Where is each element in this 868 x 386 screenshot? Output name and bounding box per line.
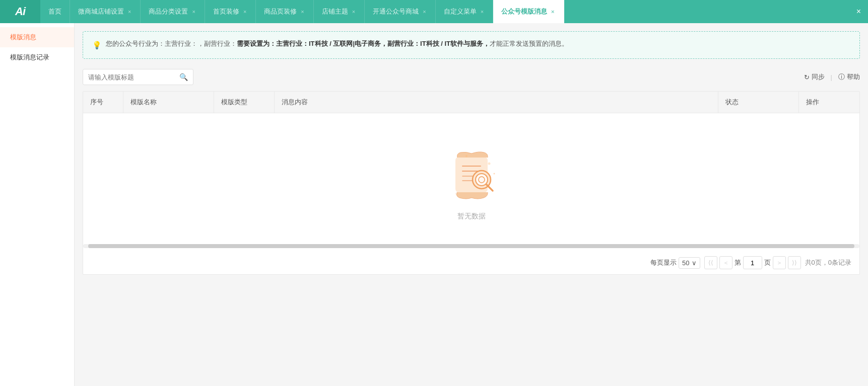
content-area: 💡 您的公众号行业为：主营行业：，副营行业：需要设置为：主营行业：IT科技 / … [75, 23, 868, 386]
chevron-down-icon: ∨ [692, 259, 697, 267]
col-name: 模版名称 [123, 92, 214, 113]
col-action: 操作 [799, 92, 859, 113]
empty-illustration [441, 143, 502, 204]
page-prev-button[interactable]: ＜ [719, 256, 732, 269]
page-last-button[interactable]: ⟩⟩ [788, 256, 801, 269]
svg-point-9 [465, 155, 468, 157]
nav-tab-label: 商品分类设置 [149, 7, 188, 16]
nav-tab-label: 开通公众号商城 [373, 7, 419, 16]
page-first-button[interactable]: ⟨⟨ [704, 256, 717, 269]
nav-tab-label: 首页 [48, 7, 61, 16]
main-layout: 模版消息模版消息记录 💡 您的公众号行业为：主营行业：，副营行业：需要设置为：主… [0, 23, 868, 386]
nav-tabs-container: 首页微商城店铺设置×商品分类设置×首页装修×商品页装修×店铺主题×开通公众号商城… [40, 0, 849, 23]
page-current-display: 第 页 [735, 256, 771, 269]
page-navigation: ⟨⟨ ＜ 第 页 ＞ ⟩⟩ [704, 256, 801, 269]
col-index: 序号 [83, 92, 123, 113]
nav-tab-公众号模版消息[interactable]: 公众号模版消息× [493, 0, 564, 23]
top-navigation: Ai 首页微商城店铺设置×商品分类设置×首页装修×商品页装修×店铺主题×开通公众… [0, 0, 868, 23]
pagination: 每页显示 50 ∨ ⟨⟨ ＜ 第 页 ＞ ⟩⟩ [83, 251, 859, 274]
scrollbar-thumb[interactable] [88, 244, 854, 248]
nav-tab-微商城店铺设置[interactable]: 微商城店铺设置× [70, 0, 141, 23]
notice-box: 💡 您的公众号行业为：主营行业：，副营行业：需要设置为：主营行业：IT科技 / … [83, 31, 860, 59]
page-size-label: 每页显示 [650, 258, 677, 267]
nav-tab-close-icon[interactable]: × [300, 8, 305, 15]
sidebar: 模版消息模版消息记录 [0, 23, 75, 386]
page-before-label: 第 [735, 258, 741, 267]
nav-tab-close-icon[interactable]: × [351, 8, 356, 15]
nav-tab-商品分类设置[interactable]: 商品分类设置× [141, 0, 205, 23]
page-number-input[interactable] [743, 256, 762, 269]
help-icon: ⓘ [838, 72, 845, 82]
nav-tab-label: 首页装修 [213, 7, 239, 16]
svg-point-10 [488, 163, 490, 165]
page-size-value: 50 [682, 259, 689, 267]
logo: Ai [0, 0, 40, 23]
sync-button[interactable]: ↻ 同步 [804, 72, 825, 82]
close-all-button[interactable]: × [849, 0, 868, 23]
nav-tab-close-icon[interactable]: × [480, 8, 485, 15]
page-size-select: 每页显示 50 ∨ [650, 257, 700, 269]
nav-tab-label: 公众号模版消息 [501, 7, 547, 16]
sidebar-item-模版消息记录[interactable]: 模版消息记录 [0, 47, 74, 67]
notice-text: 您的公众号行业为：主营行业：，副营行业：需要设置为：主营行业：IT科技 / 互联… [106, 39, 568, 49]
nav-tab-开通公众号商城[interactable]: 开通公众号商城× [365, 0, 435, 23]
search-actions: ↻ 同步 | ⓘ 帮助 [804, 72, 860, 82]
nav-tab-label: 店铺主题 [322, 7, 348, 16]
help-button[interactable]: ⓘ 帮助 [838, 72, 860, 82]
page-next-button[interactable]: ＞ [773, 256, 786, 269]
search-input-wrap[interactable]: 🔍 [83, 69, 193, 85]
nav-tab-label: 商品页装修 [264, 7, 297, 16]
empty-state: 暂无数据 [83, 113, 859, 241]
sync-icon: ↻ [804, 73, 810, 81]
col-type: 模版类型 [214, 92, 275, 113]
page-total: 共0页，0条记录 [805, 258, 851, 267]
page-size-dropdown[interactable]: 50 ∨ [679, 257, 700, 269]
search-input[interactable] [88, 73, 179, 81]
help-label: 帮助 [847, 72, 860, 82]
nav-tab-首页装修[interactable]: 首页装修× [205, 0, 256, 23]
nav-tab-商品页装修[interactable]: 商品页装修× [256, 0, 313, 23]
nav-tab-首页[interactable]: 首页 [40, 0, 70, 23]
nav-tab-close-icon[interactable]: × [191, 8, 196, 15]
nav-tab-自定义菜单[interactable]: 自定义菜单× [436, 0, 493, 23]
page-after-label: 页 [764, 258, 771, 267]
notice-text-after: 才能正常发送预置的消息。 [490, 40, 568, 47]
search-icon[interactable]: 🔍 [179, 73, 188, 81]
table-wrap: 序号 模版名称 模版类型 消息内容 状态 操作 [83, 91, 860, 275]
nav-tab-close-icon[interactable]: × [550, 8, 555, 15]
nav-tab-close-icon[interactable]: × [242, 8, 247, 15]
nav-tab-店铺主题[interactable]: 店铺主题× [314, 0, 365, 23]
col-content: 消息内容 [275, 92, 718, 113]
sync-label: 同步 [812, 72, 825, 82]
table-header: 序号 模版名称 模版类型 消息内容 状态 操作 [83, 92, 859, 113]
search-bar: 🔍 ↻ 同步 | ⓘ 帮助 [83, 69, 860, 85]
sidebar-item-模版消息[interactable]: 模版消息 [0, 27, 74, 47]
svg-point-11 [493, 173, 495, 175]
notice-text-highlight: 需要设置为：主营行业：IT科技 / 互联网|电子商务，副营行业：IT科技 / I… [237, 40, 490, 47]
empty-text: 暂无数据 [457, 212, 486, 221]
notice-text-before: 您的公众号行业为：主营行业：，副营行业： [106, 40, 237, 47]
horizontal-scrollbar[interactable] [83, 244, 859, 248]
divider: | [831, 73, 832, 81]
nav-tab-label: 微商城店铺设置 [78, 7, 124, 16]
col-status: 状态 [718, 92, 799, 113]
nav-tab-close-icon[interactable]: × [422, 8, 427, 15]
notice-icon: 💡 [92, 39, 102, 51]
nav-tab-close-icon[interactable]: × [127, 8, 132, 15]
svg-point-6 [476, 174, 488, 186]
nav-tab-label: 自定义菜单 [444, 7, 477, 16]
